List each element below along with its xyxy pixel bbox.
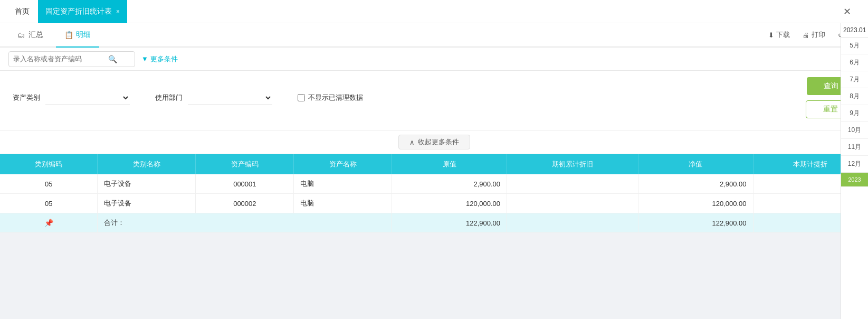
- col-category-name: 类别名称: [98, 154, 196, 174]
- dept-label: 使用部门: [155, 93, 183, 102]
- total-net-value: 122,900.00: [638, 213, 753, 233]
- total-label-cell: 合计：: [98, 213, 392, 233]
- cell-category-code: 05: [0, 174, 98, 194]
- tab-detail[interactable]: 📋 明细: [56, 23, 99, 48]
- no-cleared-label: 不显示已清理数据: [308, 93, 363, 102]
- no-cleared-checkbox[interactable]: [298, 94, 305, 101]
- total-accumulated-dep: [507, 213, 638, 233]
- cell-original-value: 120,000.00: [392, 194, 507, 213]
- search-icon[interactable]: 🔍: [108, 55, 117, 63]
- total-icon-cell: 📌: [0, 213, 98, 233]
- month-item[interactable]: 2023: [841, 173, 868, 187]
- table-row: 05 电子设备 000002 电脑 120,000.00 120,000.00: [0, 194, 868, 213]
- no-cleared-filter: 不显示已清理数据: [298, 93, 363, 102]
- cell-asset-code: 000002: [196, 194, 294, 213]
- top-nav: 首页 固定资产折旧统计表 × ✕: [0, 0, 868, 23]
- cell-net-value: 2,900.00: [638, 174, 753, 194]
- asset-category-label: 资产类别: [13, 93, 40, 102]
- detail-icon: 📋: [64, 31, 73, 39]
- col-category-code: 类别编码: [0, 154, 98, 174]
- month-item[interactable]: 8月: [841, 88, 868, 105]
- download-label: 下载: [776, 30, 790, 40]
- month-item[interactable]: 11月: [841, 139, 868, 156]
- cell-category-name: 电子设备: [98, 174, 196, 194]
- col-accumulated-dep: 期初累计折旧: [507, 154, 638, 174]
- search-input-wrap: 🔍: [8, 51, 135, 67]
- cell-category-code: 05: [0, 194, 98, 213]
- tab-close-btn[interactable]: ×: [116, 8, 120, 15]
- dept-filter: 使用部门: [155, 90, 272, 105]
- total-row: 📌 合计： 122,900.00 122,900.00: [0, 213, 868, 233]
- col-asset-name: 资产名称: [294, 154, 392, 174]
- dept-select[interactable]: [188, 90, 272, 105]
- col-net-value: 净值: [638, 154, 753, 174]
- active-tab[interactable]: 固定资产折旧统计表 ×: [38, 0, 127, 23]
- tab-detail-label: 明细: [76, 30, 91, 40]
- table-wrap: 类别编码 类别名称 资产编码 资产名称 原值 期初累计折旧 净值 本期计提折 0…: [0, 154, 868, 233]
- asset-category-filter: 资产类别: [13, 90, 130, 105]
- download-icon: ⬇: [768, 31, 774, 39]
- print-btn[interactable]: 🖨 打印: [803, 30, 825, 40]
- month-item[interactable]: 10月: [841, 122, 868, 139]
- cell-original-value: 2,900.00: [392, 174, 507, 194]
- total-icon: 📌: [44, 219, 53, 227]
- total-original-value: 122,900.00: [392, 213, 507, 233]
- table-row: 05 电子设备 000001 电脑 2,900.00 2,900.00: [0, 174, 868, 194]
- filter-row: 资产类别 使用部门 不显示已清理数据 查询 重置: [13, 77, 855, 118]
- cell-accumulated-dep: [507, 194, 638, 213]
- col-asset-code: 资产编码: [196, 154, 294, 174]
- cell-category-name: 电子设备: [98, 194, 196, 213]
- data-table: 类别编码 类别名称 资产编码 资产名称 原值 期初累计折旧 净值 本期计提折 0…: [0, 154, 868, 233]
- table-body: 05 电子设备 000001 电脑 2,900.00 2,900.00 05 电…: [0, 174, 868, 233]
- search-bar: 🔍 ▼ 更多条件 ›: [0, 48, 868, 71]
- month-item[interactable]: 6月: [841, 54, 868, 71]
- month-panel-header: 2023.01: [841, 23, 868, 37]
- summary-icon: 🗂: [17, 31, 25, 39]
- collapse-label: 收起更多条件: [418, 137, 459, 147]
- col-original-value: 原值: [392, 154, 507, 174]
- month-list: 5月6月7月8月9月10月11月12月2023: [841, 37, 868, 187]
- print-label: 打印: [812, 30, 825, 40]
- month-item[interactable]: 12月: [841, 156, 868, 173]
- table-header-row: 类别编码 类别名称 资产编码 资产名称 原值 期初累计折旧 净值 本期计提折: [0, 154, 868, 174]
- cell-net-value: 120,000.00: [638, 194, 753, 213]
- sub-tab-bar: 🗂 汇总 📋 明细 ⬇ 下载 🖨 打印 ↺ 刷新: [0, 23, 868, 48]
- download-btn[interactable]: ⬇ 下载: [768, 30, 790, 40]
- month-item[interactable]: 7月: [841, 71, 868, 88]
- tab-label: 固定资产折旧统计表: [45, 7, 112, 16]
- collapse-icon: ∧: [409, 138, 415, 146]
- home-tab[interactable]: 首页: [8, 7, 36, 16]
- filter-icon: ▼: [141, 55, 148, 63]
- asset-category-select[interactable]: [45, 90, 130, 105]
- more-filter-label: 更多条件: [150, 54, 178, 64]
- month-item[interactable]: 5月: [841, 37, 868, 54]
- tab-summary[interactable]: 🗂 汇总: [8, 23, 52, 48]
- cell-asset-name: 电脑: [294, 174, 392, 194]
- search-input[interactable]: [13, 55, 108, 63]
- filter-area: 资产类别 使用部门 不显示已清理数据 查询 重置: [0, 71, 868, 130]
- month-panel: 2023.01 5月6月7月8月9月10月11月12月2023: [841, 23, 868, 319]
- more-filter-btn[interactable]: ▼ 更多条件: [141, 54, 178, 64]
- window-close-btn[interactable]: ✕: [835, 6, 860, 17]
- collapse-btn[interactable]: ∧ 收起更多条件: [398, 135, 470, 149]
- cell-asset-code: 000001: [196, 174, 294, 194]
- cell-accumulated-dep: [507, 174, 638, 194]
- cell-asset-name: 电脑: [294, 194, 392, 213]
- collapse-bar: ∧ 收起更多条件: [0, 130, 868, 154]
- print-icon: 🖨: [803, 31, 809, 39]
- month-item[interactable]: 9月: [841, 105, 868, 122]
- tab-summary-label: 汇总: [28, 30, 43, 40]
